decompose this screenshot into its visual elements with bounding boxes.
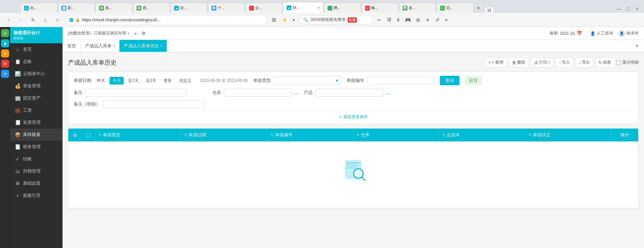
date-btn-7days[interactable]: 近7天 bbox=[125, 77, 142, 85]
type-select[interactable]: ▾ bbox=[273, 76, 341, 85]
breadcrumb-home[interactable]: 首页 bbox=[63, 40, 81, 52]
date-btn-today[interactable]: 今天 bbox=[110, 77, 124, 85]
breadcrumb-tab-list[interactable]: 产成品入库单 × bbox=[81, 40, 119, 52]
nav-refresh-button[interactable]: ↻ bbox=[28, 15, 38, 25]
show-detail-toggle[interactable]: 显示明细 bbox=[616, 60, 639, 65]
print-button[interactable]: 🖨 打印 ▾ bbox=[530, 58, 554, 67]
game-icon[interactable]: 🎮 bbox=[404, 16, 412, 24]
translate-icon[interactable]: 译 bbox=[385, 16, 393, 24]
checkbox-show-detail[interactable] bbox=[616, 60, 621, 65]
th-gear[interactable]: ⚙ bbox=[68, 129, 82, 141]
calendar-icon[interactable]: 📅 bbox=[577, 31, 582, 36]
sidebar-item-guide[interactable]: + 新建引导 bbox=[10, 189, 63, 202]
browser-flash-icon[interactable]: ⚡ bbox=[280, 16, 289, 24]
undo-icon[interactable]: ↺ bbox=[434, 16, 441, 24]
sun-icon[interactable]: ☀ bbox=[424, 16, 431, 24]
sidebar-item-closing[interactable]: ✓ 结账 bbox=[10, 153, 63, 165]
note-filter-input[interactable] bbox=[85, 89, 187, 97]
user-service-button[interactable]: 👤 人工咨询 bbox=[590, 30, 613, 36]
sidebar-item-ledger[interactable]: 📋 总账 bbox=[10, 55, 63, 68]
panel-close-button[interactable]: × bbox=[630, 40, 644, 52]
nav-home-button[interactable]: ⌂ bbox=[41, 15, 50, 25]
url-bar[interactable]: ◎ 🔒 https://cloud.chanjet.com/accounting… bbox=[65, 15, 268, 25]
app-icon-2[interactable]: ◆ bbox=[1, 39, 9, 47]
company-settings-button[interactable]: ⚙ bbox=[142, 31, 146, 36]
tab-2[interactable]: 📄 新... bbox=[58, 3, 95, 13]
nav-back-button[interactable]: ‹ bbox=[4, 15, 14, 25]
breadcrumb-tab-history[interactable]: 产成品入库单历史 × bbox=[119, 40, 167, 52]
app-icon-3[interactable]: ★ bbox=[1, 49, 9, 58]
collapse-button[interactable]: ∧ 收起更多条件 bbox=[74, 111, 633, 120]
import-button[interactable]: ↑ 导入 bbox=[555, 58, 574, 67]
warehouse-filter-input[interactable] bbox=[224, 89, 291, 97]
sidebar-item-archive[interactable]: 🗂 归档管理 bbox=[10, 165, 63, 177]
header-checkbox[interactable] bbox=[86, 133, 91, 137]
company-selector[interactable]: (勿删勿禁用）江西服宝测试专用 ▾ bbox=[68, 30, 129, 36]
delete-button[interactable]: 🗑 删除 bbox=[508, 58, 529, 67]
minimize-button[interactable]: — bbox=[614, 5, 624, 13]
date-btn-yesterday[interactable]: 昨天 bbox=[94, 77, 108, 85]
sidebar-item-reports[interactable]: 📊 云报表中心 bbox=[10, 68, 63, 80]
breadcrumb-history-close[interactable]: × bbox=[160, 44, 163, 48]
query-button[interactable]: 查询 bbox=[440, 76, 459, 85]
tab-4[interactable]: 📋 易... bbox=[133, 3, 170, 13]
tab-9[interactable]: 🌐 腾... bbox=[324, 3, 361, 13]
export-button[interactable]: ↓ 导出 bbox=[575, 58, 594, 67]
new-tab-button[interactable]: + bbox=[474, 3, 483, 13]
date-btn-more[interactable]: 更多 bbox=[161, 77, 175, 85]
tab-10[interactable]: M 畅... bbox=[361, 3, 399, 13]
tab-6[interactable]: 📄 个... bbox=[208, 3, 245, 13]
app-icon-1[interactable]: ◎ bbox=[1, 29, 9, 37]
browser-grid-icon[interactable]: ⊞ bbox=[270, 15, 278, 24]
currency-icon[interactable]: ¥ bbox=[396, 16, 401, 24]
th-type[interactable]: ⇅ 单据类型 bbox=[95, 129, 181, 141]
sidebar-item-tax[interactable]: 📑 税务管理 bbox=[10, 141, 63, 153]
scissors-icon[interactable]: ✂ bbox=[376, 16, 383, 24]
user-avatar[interactable]: 👤 徐泽华 bbox=[618, 30, 639, 37]
tab-7[interactable]: C 企... bbox=[245, 3, 283, 13]
add-button[interactable]: + + 新增 bbox=[485, 58, 507, 67]
browser-dropdown-icon[interactable]: ▾ bbox=[291, 16, 296, 24]
sidebar-item-invoice[interactable]: 🧾 发票管理 bbox=[10, 116, 63, 129]
tab-12[interactable]: S 目... bbox=[436, 3, 474, 13]
product-filter-input[interactable] bbox=[315, 89, 383, 97]
maximize-button[interactable]: □ bbox=[624, 5, 633, 13]
sidebar-item-home[interactable]: ⌂ 首页 bbox=[10, 43, 63, 55]
tab-11[interactable]: 📊 各... bbox=[399, 3, 436, 13]
th-warehouse[interactable]: ⇅ 仓库 bbox=[353, 129, 439, 141]
tab-8-active[interactable]: ☁ 好... × bbox=[283, 2, 324, 13]
app-icon-4[interactable]: W bbox=[1, 60, 9, 68]
breadcrumb-list-close[interactable]: × bbox=[113, 44, 115, 48]
warehouse-dots-button[interactable]: ... bbox=[294, 90, 299, 96]
close-window-button[interactable]: × bbox=[633, 5, 641, 13]
search-bar[interactable]: 🔍 360智能抠图免费用 热搜 bbox=[299, 15, 373, 24]
grid-icon[interactable]: ⊞ bbox=[415, 16, 422, 24]
tab-3[interactable]: 📋 易... bbox=[95, 3, 133, 13]
sidebar-item-settings[interactable]: ⚙ 基础设置 bbox=[10, 177, 63, 189]
product-dots-button[interactable]: ... bbox=[386, 90, 390, 96]
sidebar-item-assets[interactable]: 🏢 固定资产 bbox=[10, 92, 63, 104]
th-check[interactable] bbox=[82, 129, 95, 141]
sidebar-item-salary[interactable]: 💼 工资 bbox=[10, 104, 63, 116]
num-filter-input[interactable] bbox=[367, 76, 434, 85]
th-status[interactable]: ⇅ 单据状态 bbox=[525, 129, 611, 141]
tab-5[interactable]: ☁ 好... bbox=[170, 3, 208, 13]
th-cost[interactable]: ⇅ 总成本 bbox=[439, 129, 525, 141]
refresh-button[interactable]: ↻ 刷新 bbox=[595, 58, 615, 67]
more-icon[interactable]: ≡ bbox=[444, 16, 449, 24]
nav-forward-button[interactable]: › bbox=[16, 15, 26, 25]
add-company-button[interactable]: + bbox=[132, 30, 139, 37]
sidebar-item-inventory[interactable]: 📦 库存核算 bbox=[10, 129, 63, 141]
th-type-sort-icon: ⇅ bbox=[99, 133, 101, 137]
sidebar-item-funds[interactable]: 💰 资金管理 bbox=[10, 80, 63, 92]
th-date[interactable]: ⇅ 单据日期 bbox=[181, 129, 267, 141]
th-num[interactable]: ⇅ 单据编号 bbox=[267, 129, 353, 141]
note-detail-filter-input[interactable] bbox=[103, 100, 204, 108]
nav-bookmark-button[interactable]: ☆ bbox=[53, 15, 62, 25]
app-icon-5[interactable]: ✉ bbox=[1, 70, 9, 78]
date-btn-1month[interactable]: 近1月 bbox=[143, 77, 160, 85]
tab-8-close[interactable]: × bbox=[317, 5, 320, 10]
tab-1[interactable]: ◎ 在... bbox=[20, 3, 57, 13]
setting-button[interactable]: 设置 bbox=[465, 76, 482, 85]
date-btn-custom[interactable]: 自定义 bbox=[176, 77, 194, 85]
